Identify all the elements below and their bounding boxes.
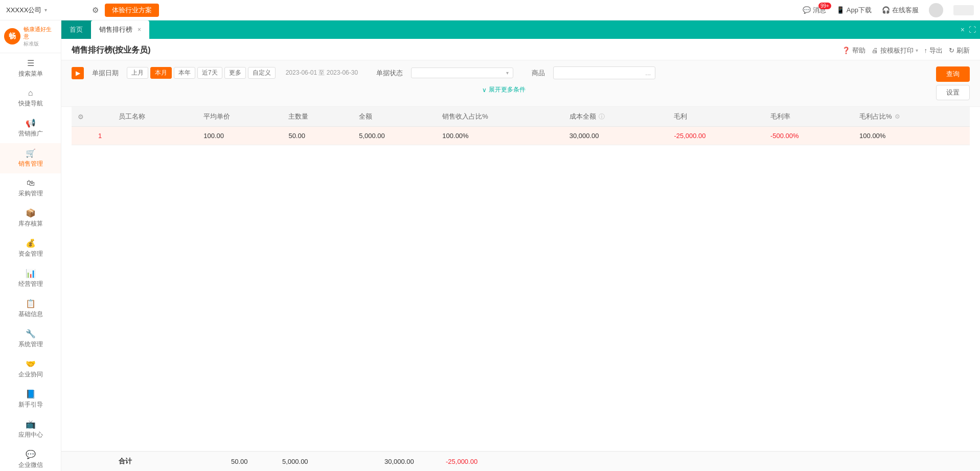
sidebar-label-quick-nav: 快捷导航 [18,99,43,108]
sidebar-item-inventory[interactable]: 📦 库存核算 [0,203,61,233]
col-amount: 全额 [353,107,436,127]
col-profit-rate: 毛利率 [764,107,853,127]
tab-close-btn[interactable]: × [961,26,965,34]
search-order-icon: ☰ [27,58,34,68]
table-header-row: ⚙ 员工名称 平均单价 主数量 [72,107,970,127]
date-btn-last-month[interactable]: 上月 [127,67,148,79]
sidebar-label-marketing: 营销推广 [18,129,43,138]
settings-icon[interactable]: ⚙ [92,6,99,15]
print-button[interactable]: 🖨 按模板打印 ▾ [872,46,918,55]
company-select[interactable]: XXXXX公司 ▾ [6,6,88,15]
sidebar-item-marketing[interactable]: 📢 营销推广 [0,113,61,143]
service-label: 在线客服 [892,6,919,15]
tab-sales-rank[interactable]: 销售排行榜 × [91,20,149,39]
sidebar-item-wechat[interactable]: 💬 企业微信 [0,444,61,471]
sidebar-item-system[interactable]: 🔧 系统管理 [0,324,61,354]
logo-text: 畅康通好生意 [24,26,57,40]
help-icon: ❓ [842,47,850,54]
tab-bar: 首页 销售排行榜 × × ⛶ [61,20,980,39]
logo-sub: 标准版 [24,40,57,48]
app-icon: 📱 [836,6,845,14]
filter-actions: 查询 设置 [936,66,970,100]
system-icon: 🔧 [26,329,36,339]
sidebar-item-search-order[interactable]: ☰ 搜索菜单 [0,53,61,83]
company-name: XXXXX公司 [6,6,41,15]
tab-home[interactable]: 首页 [61,20,91,39]
avatar[interactable] [929,3,943,17]
row-quantity: 50.00 [282,127,353,145]
sidebar-item-app-center[interactable]: 📺 应用中心 [0,414,61,444]
col-sales-pct: 销售收入占比% [436,107,563,127]
page-actions: ❓ 帮助 🖨 按模板打印 ▾ ↑ 导出 ↻ 刷新 [842,46,970,55]
tab-home-label: 首页 [70,25,83,34]
table-footer: 合计 50.00 5,000.00 30,000.00 -25,000.00 [61,451,980,471]
trial-button[interactable]: 体验行业方案 [105,4,159,17]
online-service-item[interactable]: 🎧 在线客服 [882,6,919,15]
status-select[interactable]: ▾ [411,68,513,78]
tab-close-icon[interactable]: × [138,26,141,33]
marketing-icon: 📢 [26,118,36,128]
row-avg-price: 100.00 [197,127,282,145]
sidebar-item-purchase[interactable]: 🛍 采购管理 [0,173,61,203]
sidebar-item-guide[interactable]: 📘 新手引导 [0,384,61,414]
sales-icon: 🛒 [26,148,36,158]
date-range: 2023-06-01 至 2023-06-30 [286,69,358,77]
sidebar-item-operations[interactable]: 📊 经营管理 [0,263,61,294]
message-badge: 99+ [818,3,831,9]
message-item[interactable]: 💬 消息 99+ [803,6,826,15]
sidebar-item-cooperation[interactable]: 🤝 企业协同 [0,354,61,384]
basic-info-icon: 📋 [26,299,36,308]
sidebar-item-finance[interactable]: 💰 资金管理 [0,233,61,263]
date-btn-this-year[interactable]: 本年 [174,67,195,79]
print-label: 按模板打印 [880,46,914,55]
main-content: 首页 销售排行榜 × × ⛶ 销售排行榜(按业务员) ❓ 帮助 [61,20,980,471]
col-settings-icon[interactable]: ⚙ [78,113,84,121]
header-right: 💬 消息 99+ 📱 App下载 🎧 在线客服 [803,3,974,17]
sidebar-label-app-center: 应用中心 [18,431,43,439]
settings-button[interactable]: 设置 [936,85,970,100]
filter-toggle-icon: ▶ [76,70,80,77]
sidebar-item-quick-nav[interactable]: ⌂ 快捷导航 [0,83,61,113]
chevron-down-icon: ▾ [44,7,47,13]
sidebar-label-sales: 销售管理 [18,160,43,168]
row-rank: 1 [92,127,112,145]
data-table: ⚙ 员工名称 平均单价 主数量 [72,107,970,145]
sidebar-label-system: 系统管理 [18,340,43,349]
cooperation-icon: 🤝 [26,359,36,369]
date-btn-7days[interactable]: 近7天 [197,67,222,79]
filter-toggle-btn[interactable]: ▶ [72,67,84,79]
date-btn-more[interactable]: 更多 [224,67,246,79]
logo-icon: 畅 [4,28,20,44]
purchase-icon: 🛍 [27,178,35,188]
sidebar-label-wechat: 企业微信 [18,461,43,469]
footer-profit: -25,000.00 [440,458,501,465]
top-header: XXXXX公司 ▾ ⚙ 体验行业方案 💬 消息 99+ 📱 App下载 🎧 在线… [0,0,980,20]
expand-more-btn[interactable]: ∨ 展开更多条件 [72,83,936,96]
guide-icon: 📘 [26,389,36,399]
sidebar-item-sales[interactable]: 🛒 销售管理 [0,143,61,173]
date-btn-custom[interactable]: 自定义 [248,67,276,79]
wechat-icon: 💬 [26,450,36,459]
help-label: 帮助 [852,46,865,55]
app-download-item[interactable]: 📱 App下载 [836,6,872,15]
date-btn-this-month[interactable]: 本月 [150,67,172,79]
col-cost: 成本全额 ⓘ [563,107,668,127]
sidebar-item-basic-info[interactable]: 📋 基础信息 [0,294,61,324]
sidebar-label-finance: 资金管理 [18,250,43,258]
refresh-button[interactable]: ↻ 刷新 [949,46,970,55]
date-filter-label: 单据日期 [92,69,119,78]
profit-pct-info-icon[interactable]: ⚙ [895,113,900,120]
goods-more-icon: ... [645,69,651,77]
goods-input[interactable]: ... [553,66,655,79]
table-wrapper: ⚙ 员工名称 平均单价 主数量 [61,107,980,451]
print-icon: 🖨 [872,47,878,54]
help-button[interactable]: ❓ 帮助 [842,46,865,55]
export-button[interactable]: ↑ 导出 [924,46,943,55]
quick-nav-icon: ⌂ [28,88,33,98]
query-button[interactable]: 查询 [936,66,970,82]
cost-info-icon[interactable]: ⓘ [599,113,605,120]
user-name [953,5,974,15]
footer-quantity: 50.00 [225,458,276,465]
tab-expand-btn[interactable]: ⛶ [969,26,976,34]
sidebar-label-cooperation: 企业协同 [18,370,43,379]
